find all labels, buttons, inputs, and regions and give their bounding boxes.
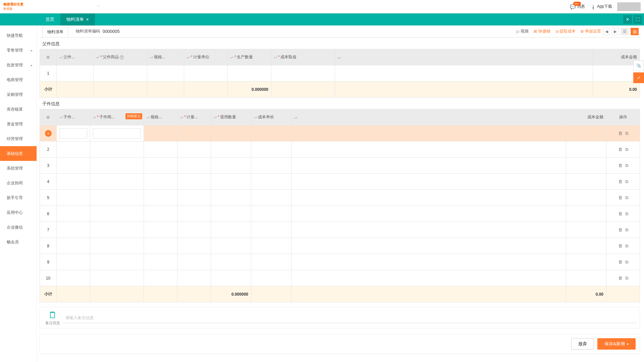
cell[interactable] [57,222,90,238]
delete-icon[interactable]: 🗑 [618,227,623,232]
child-row[interactable]: 8🗑⧉ [40,238,640,254]
cell[interactable] [566,238,606,254]
close-icon[interactable]: ✕ [86,17,89,22]
cell[interactable] [90,206,144,222]
cell[interactable] [291,206,566,222]
cell[interactable] [211,254,251,270]
sidebar-item[interactable]: 快捷导航 [0,28,37,43]
cell[interactable] [593,65,640,81]
cell[interactable] [291,190,566,206]
cell[interactable] [566,174,606,190]
tab-home[interactable]: 首页 [40,13,60,25]
messages-button[interactable]: 💬 99+ 消息 [570,4,585,9]
cell[interactable] [291,158,566,174]
child-product-input[interactable] [93,128,141,138]
tab-bom[interactable]: 物料清单 ✕ [60,13,95,25]
cell[interactable] [251,190,291,206]
child-col-gear[interactable]: ⚙ [40,109,57,125]
sidebar-item[interactable]: 零售管理▸ [0,43,37,58]
delete-icon[interactable]: 🗑 [618,147,623,152]
cell[interactable] [144,141,177,158]
cell[interactable] [291,141,566,158]
parent-col-qty[interactable]: ▴▾*生产数量 [228,49,271,65]
cell[interactable] [211,125,251,141]
tool-extract-cost[interactable]: ⇲提取成本 [555,28,576,34]
copy-icon[interactable]: ⧉ [625,195,628,200]
prev-doc-button[interactable]: ◀ [603,28,610,35]
cell[interactable] [144,238,177,254]
cell[interactable] [57,141,90,158]
cell[interactable] [566,141,606,158]
tool-shortcut[interactable]: ⌘快捷键 [533,28,550,34]
sidebar-item[interactable]: 电商管理 [0,72,37,87]
child-col-amount[interactable]: 成本金额 [566,109,606,125]
cell[interactable] [566,270,606,286]
cell[interactable] [566,125,606,141]
view-list-button[interactable]: ☰ [621,28,629,35]
sidebar-item[interactable]: 资金管理 [0,117,37,131]
cell[interactable] [57,190,90,206]
cell[interactable] [251,270,291,286]
cell[interactable] [566,190,606,206]
parent-col-costsrc[interactable]: ▴▾*成本取值 [271,49,335,65]
child-row[interactable]: 10🗑⧉ [40,270,640,286]
child-col-spec[interactable]: ▴▾规格... [144,109,177,125]
parent-col-spec[interactable]: ▴▾规格... [147,49,184,65]
child-row[interactable]: 6🗑⧉ [40,206,640,222]
copy-icon[interactable]: ⧉ [625,211,628,216]
cell[interactable] [211,174,251,190]
delete-icon[interactable]: 🗑 [618,259,623,264]
cell[interactable] [177,141,211,158]
copy-icon[interactable]: ⧉ [625,163,628,168]
cell[interactable] [291,174,566,190]
cell[interactable] [90,125,144,141]
sidebar-item[interactable]: 库存核算 [0,102,37,117]
cell[interactable] [251,174,291,190]
cell[interactable] [291,238,566,254]
sidebar-item[interactable]: 系统管理 [0,161,37,176]
cell[interactable] [566,254,606,270]
cell[interactable] [211,206,251,222]
sidebar-item[interactable]: 采购管理 [0,87,37,102]
child-code-input[interactable] [59,128,87,138]
parent-col-blank[interactable]: ▴▾ [335,49,593,65]
cell[interactable] [144,174,177,190]
cell[interactable] [144,254,177,270]
child-row[interactable]: 9🗑⧉ [40,254,640,270]
cell[interactable] [90,238,144,254]
copy-icon[interactable]: ⧉ [625,147,628,152]
cell[interactable] [90,254,144,270]
tool-doc-settings[interactable]: ⚙单据设置 [580,28,601,34]
cell[interactable] [90,190,144,206]
cell[interactable] [251,206,291,222]
cell[interactable] [94,65,147,81]
cell[interactable] [211,190,251,206]
child-col-qty[interactable]: ▴▾*需用数量 [211,109,251,125]
attachment-button[interactable]: 📎 [633,60,644,71]
workspace-dropdown[interactable]: ﹀ [37,2,104,11]
cell[interactable] [90,222,144,238]
subtab-bom[interactable]: 物料清单 [42,27,68,37]
cell[interactable] [251,125,291,141]
info-icon[interactable]: ? [120,55,124,59]
child-col-price[interactable]: ▴▾成本单价 [251,109,291,125]
cell[interactable] [144,206,177,222]
cell[interactable] [211,141,251,158]
expand-button[interactable]: ⤢ [633,72,644,83]
cell[interactable] [177,254,211,270]
child-col-blank[interactable]: ▴▾ [291,109,566,125]
sidebar-item[interactable]: 企业微信 [0,220,37,235]
cell[interactable] [566,158,606,174]
parent-col-unit[interactable]: ▴▾*计量单位 [184,49,228,65]
cell[interactable] [57,238,90,254]
cell[interactable] [566,222,606,238]
cell[interactable] [291,270,566,286]
user-avatar[interactable] [617,2,641,11]
discard-button[interactable]: 放弃 [571,338,594,350]
sidebar-item[interactable]: 批发管理▸ [0,58,37,72]
cell[interactable] [177,222,211,238]
cell[interactable] [291,222,566,238]
add-row-button[interactable]: + [45,130,52,137]
delete-icon[interactable]: 🗑 [618,243,623,248]
parent-col-code[interactable]: ▴▾父件... [57,49,94,65]
